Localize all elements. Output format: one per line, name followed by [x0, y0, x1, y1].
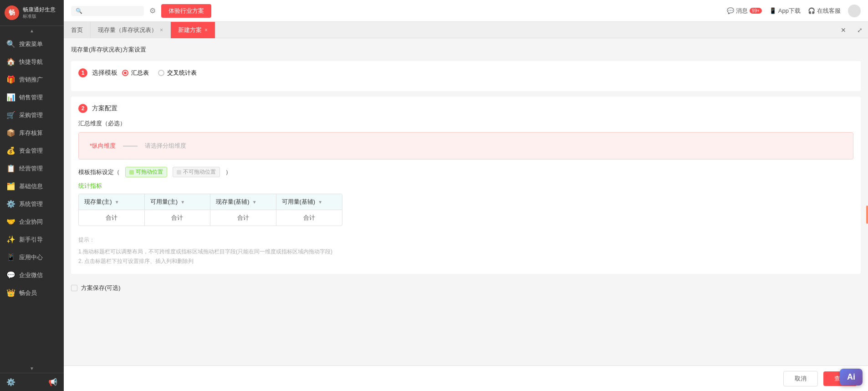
- tab-bar: 首页 现存量（库存状况表） × 新建方案 × ✕ ⤢: [64, 22, 868, 38]
- sidebar-item-purchase[interactable]: 🛒 采购管理: [0, 106, 64, 124]
- settings-icon[interactable]: ⚙️: [6, 378, 15, 386]
- tab-new-plan-close[interactable]: ×: [204, 27, 208, 33]
- sidebar-item-wechat[interactable]: 💬 企业微信: [0, 266, 64, 284]
- stats-cell-3: 合计: [276, 210, 342, 226]
- sidebar-item-label: 搜索菜单: [19, 40, 43, 48]
- radio-summary-dot: [122, 70, 128, 76]
- user-avatar[interactable]: [848, 5, 861, 17]
- tab-inventory-status[interactable]: 现存量（库存状况表） ×: [91, 22, 171, 38]
- cart-icon: 🛒: [6, 111, 15, 119]
- tab-home-label: 首页: [71, 26, 83, 34]
- sidebar-item-label: 畅会员: [19, 289, 37, 297]
- tab-new-plan[interactable]: 新建方案 ×: [171, 22, 215, 38]
- stats-col-1[interactable]: 可用量(主) ▼: [145, 194, 211, 210]
- sidebar-item-system[interactable]: ⚙️ 系统管理: [0, 195, 64, 213]
- sidebar-item-operations[interactable]: 📋 经营管理: [0, 159, 64, 177]
- stats-cell-1: 合计: [145, 210, 211, 226]
- cancel-button[interactable]: 取消: [783, 371, 818, 386]
- sidebar-item-label: 营销推广: [19, 76, 43, 84]
- stats-col-2[interactable]: 现存量(基辅) ▼: [210, 194, 276, 210]
- indicator-label: 模板指标设定（: [78, 168, 120, 176]
- sidebar-item-guide[interactable]: ✨ 新手引导: [0, 231, 64, 248]
- app-download-label: App下载: [778, 7, 801, 15]
- sidebar-item-label: 采购管理: [19, 111, 43, 119]
- chat-icon: 💬: [6, 271, 15, 279]
- sidebar-item-sales[interactable]: 📊 销售管理: [0, 88, 64, 106]
- stats-col-0-label: 现存量(主): [84, 198, 112, 206]
- tab-inventory-close[interactable]: ×: [160, 27, 163, 33]
- app-download-item[interactable]: 📱 App下载: [769, 7, 801, 15]
- sidebar-item-label: 企业协同: [19, 218, 43, 226]
- search-icon: 🔍: [76, 8, 82, 14]
- topbar-gear-icon[interactable]: ⚙: [149, 6, 156, 15]
- radio-cross[interactable]: 交叉统计表: [158, 69, 197, 77]
- tip-1-text: 1.拖动标题栏可以调整布局，不可跨维度或指标区域拖动栏目字段(只能在同一维度或指…: [78, 247, 332, 257]
- dimension-box[interactable]: *纵向维度 —— 请选择分组维度: [78, 132, 853, 159]
- sidebar-item-label: 库存核算: [19, 129, 43, 137]
- tab-new-plan-label: 新建方案: [178, 26, 202, 34]
- sidebar-item-marketing[interactable]: 🎁 营销推广: [0, 71, 64, 88]
- sidebar-nav: 🔍 搜索菜单 🏠 快捷导航 🎁 营销推广 📊 销售管理 🛒 采购管理 📦 库存核…: [0, 35, 64, 364]
- handshake-icon: 🤝: [6, 217, 15, 226]
- ai-badge[interactable]: Ai: [840, 369, 863, 386]
- box-icon: 📦: [6, 129, 15, 137]
- mobile-icon: 📱: [6, 253, 15, 262]
- sidebar-item-cooperation[interactable]: 🤝 企业协同: [0, 213, 64, 231]
- content-area: 现存量(库存状况表)方案设置 1 选择模板 汇总表 交叉统计表: [64, 38, 868, 365]
- sidebar-logo: 畅 畅康通好生意 标准版: [0, 0, 64, 26]
- section2-header: 2 方案配置: [78, 104, 853, 113]
- tip-1: 1.拖动标题栏可以调整布局，不可跨维度或指标区域拖动栏目字段(只能在同一维度或指…: [78, 247, 853, 257]
- indicator-row: 模板指标设定（ 可拖动位置 不可拖动位置 ）: [78, 167, 853, 177]
- sidebar-item-label: 基础信息: [19, 182, 43, 190]
- search-box[interactable]: 🔍: [71, 6, 144, 16]
- sidebar-item-label: 快捷导航: [19, 58, 43, 66]
- phone-icon: 📱: [769, 7, 776, 14]
- sidebar-item-label: 系统管理: [19, 200, 43, 208]
- sidebar-item-finance[interactable]: 💰 资金管理: [0, 142, 64, 159]
- sidebar-footer: ⚙️ 📢: [0, 373, 64, 391]
- messages-item[interactable]: 💬 消息 99+: [727, 7, 762, 15]
- stats-col-3[interactable]: 可用量(基辅) ▼: [276, 194, 342, 210]
- gear-icon: ⚙️: [6, 200, 15, 208]
- help-icon[interactable]: 📢: [48, 378, 57, 386]
- crown-icon: 👑: [6, 288, 15, 297]
- sidebar-item-label: 经营管理: [19, 165, 43, 173]
- gift-icon: 🎁: [6, 75, 15, 84]
- radio-summary[interactable]: 汇总表: [122, 69, 149, 77]
- stats-cell-0: 合计: [79, 210, 145, 226]
- stats-col-3-label: 可用量(基辅): [282, 198, 316, 206]
- sidebar-item-quick-nav[interactable]: 🏠 快捷导航: [0, 53, 64, 71]
- tips-header: 提示：: [78, 235, 853, 245]
- sidebar-item-basic[interactable]: 🗂️ 基础信息: [0, 177, 64, 195]
- sidebar-item-member[interactable]: 👑 畅会员: [0, 284, 64, 302]
- sidebar-item-label: 新手引导: [19, 236, 43, 244]
- tab-home[interactable]: 首页: [64, 22, 91, 38]
- search-input[interactable]: [85, 8, 131, 14]
- brand-name: 畅康通好生意: [23, 6, 56, 14]
- customer-service-item[interactable]: 🎧 在线客服: [808, 7, 841, 15]
- sidebar-scroll-up[interactable]: ▲: [0, 26, 64, 35]
- chevron-0-icon: ▼: [115, 200, 119, 205]
- brand-sub: 标准版: [23, 13, 56, 20]
- sidebar-item-apps[interactable]: 📱 应用中心: [0, 248, 64, 266]
- trial-button[interactable]: 体验行业方案: [161, 4, 211, 18]
- close-window-button[interactable]: ✕: [835, 22, 852, 38]
- dimension-label: 汇总维度（必选）: [78, 119, 853, 128]
- save-checkbox[interactable]: [71, 285, 77, 291]
- tab-inventory-label: 现存量（库存状况表）: [98, 26, 157, 34]
- step2-badge: 2: [78, 104, 87, 113]
- radio-cross-label: 交叉统计表: [167, 69, 197, 77]
- sidebar-item-inventory[interactable]: 📦 库存核算: [0, 124, 64, 142]
- chevron-3-icon: ▼: [318, 200, 322, 205]
- stats-table-row: 合计 合计 合计 合计: [79, 210, 342, 226]
- stats-table-header: 现存量(主) ▼ 可用量(主) ▼ 现存量(基辅) ▼ 可用量(基辅): [79, 194, 342, 210]
- save-option-label: 方案保存(可选): [81, 284, 121, 292]
- section1-header: 1 选择模板 汇总表 交叉统计表: [78, 68, 853, 77]
- stats-title: 统计指标: [78, 182, 853, 190]
- headset-icon: 🎧: [808, 7, 815, 14]
- sidebar-scroll-down[interactable]: ▼: [0, 364, 64, 373]
- section2-title: 方案配置: [92, 104, 117, 113]
- stats-col-0[interactable]: 现存量(主) ▼: [79, 194, 145, 210]
- sidebar-item-search[interactable]: 🔍 搜索菜单: [0, 35, 64, 53]
- expand-window-button[interactable]: ⤢: [852, 22, 868, 38]
